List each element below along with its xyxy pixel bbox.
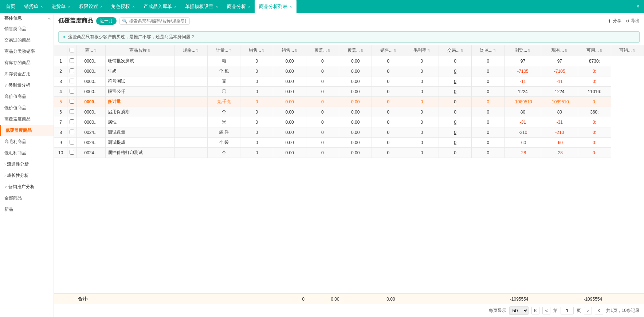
row-checkbox[interactable]	[70, 58, 74, 63]
close-active-icon[interactable]: ×	[290, 4, 292, 9]
sidebar-item-category-sales-rate[interactable]: 商品分类动销率	[0, 46, 54, 57]
export-button[interactable]: ↺ 导出	[626, 18, 640, 24]
next-page-button[interactable]: >	[584, 307, 592, 314]
sidebar-item-new-products[interactable]: 新品	[0, 204, 54, 215]
col-margin-header[interactable]: 毛利率 ⇅	[405, 45, 439, 56]
nav-purchase-order[interactable]: 进货单 ×	[47, 0, 74, 13]
row-checkbox-cell[interactable]	[67, 76, 77, 87]
row-checkbox-cell[interactable]	[67, 66, 77, 76]
nav-template-settings[interactable]: 单据模板设置 ×	[181, 0, 222, 13]
row-checkbox-cell[interactable]	[67, 148, 77, 158]
share-button[interactable]: ⬆ 分享	[608, 18, 621, 24]
nav-home[interactable]: 首页	[1, 0, 20, 13]
nav-finished-goods[interactable]: 产成品入库单 ×	[139, 0, 181, 13]
col-view1-header[interactable]: 浏览... ⇅	[472, 45, 504, 56]
row-link[interactable]: 0	[439, 117, 471, 127]
col-cover1-label: 覆盖...	[314, 47, 327, 54]
row-checkbox[interactable]	[70, 109, 74, 114]
sidebar-group-quantity-analysis[interactable]: ∨ 类剩量分析	[0, 80, 54, 91]
table-container[interactable]: 商... ⇅ 商品名称 ⇅ 规格...	[54, 45, 644, 293]
nav-sales-order[interactable]: 销货单 ×	[20, 0, 47, 13]
nav-product-analysis[interactable]: 商品分析 ×	[223, 0, 255, 13]
prev-page-button[interactable]: <	[542, 307, 550, 314]
col-unit-header[interactable]: 计量... ⇅	[207, 45, 240, 56]
row-link[interactable]: 0	[439, 148, 471, 158]
sidebar-collapse-button[interactable]: «	[48, 16, 51, 21]
row-link[interactable]: 0	[439, 66, 471, 76]
col-view2-header[interactable]: 浏览... ⇅	[504, 45, 541, 56]
search-box[interactable]: 🔍	[119, 17, 190, 25]
nav-role-auth[interactable]: 角色授权 ×	[107, 0, 139, 13]
sidebar-group-growth[interactable]: › 成长性分析	[0, 170, 54, 181]
col-cover2-header[interactable]: 覆盖... ⇅	[339, 45, 372, 56]
row-checkbox-cell[interactable]	[67, 56, 77, 66]
last-page-button[interactable]: K	[595, 307, 603, 314]
row-checkbox-cell[interactable]	[67, 97, 77, 107]
close-icon[interactable]: ×	[68, 4, 70, 9]
col-sales1-header[interactable]: 销售... ⇅	[240, 45, 273, 56]
col-cover1-header[interactable]: 覆盖... ⇅	[306, 45, 339, 56]
close-all-tabs-button[interactable]: ×	[633, 3, 643, 10]
first-page-button[interactable]: K	[531, 307, 540, 314]
col-trade-header[interactable]: 交易... ⇅	[439, 45, 471, 56]
sidebar-item-sales-products[interactable]: 销售类商品	[0, 23, 54, 35]
close-icon[interactable]: ×	[216, 4, 218, 9]
row-link[interactable]: 0	[439, 127, 471, 138]
row-link[interactable]: 0	[439, 97, 471, 107]
row-checkbox-cell[interactable]	[67, 87, 77, 97]
sidebar-item-traded-products[interactable]: 交易过的商品	[0, 35, 54, 46]
row-checkbox[interactable]	[70, 89, 74, 94]
col-spec-header[interactable]: 规格... ⇅	[174, 45, 207, 56]
sidebar-item-stocked-products[interactable]: 有库存的商品	[0, 57, 54, 68]
per-page-select[interactable]: 50 100 200	[509, 306, 529, 315]
row-link[interactable]: 0	[439, 138, 471, 148]
row-checkbox-cell[interactable]	[67, 107, 77, 117]
row-link[interactable]: 0	[439, 87, 471, 97]
select-all-checkbox[interactable]	[70, 48, 74, 52]
row-v4: 0.00	[339, 76, 372, 87]
row-checkbox[interactable]	[70, 150, 74, 155]
col-code-header[interactable]: 商... ⇅	[77, 45, 106, 56]
col-sales2-header[interactable]: 销售... ⇅	[273, 45, 306, 56]
sidebar-item-low-margin[interactable]: 低毛利商品	[0, 147, 54, 159]
row-checkbox[interactable]	[70, 79, 74, 83]
period-button[interactable]: 近一月	[96, 17, 117, 25]
nav-permission-settings[interactable]: 权限设置 ×	[75, 0, 107, 13]
row-checkbox-cell[interactable]	[67, 117, 77, 127]
nav-product-analysis-list[interactable]: 商品分析列表 ×	[255, 0, 296, 13]
col-checkbox-header[interactable]	[67, 45, 77, 56]
sidebar-item-stock-capital[interactable]: 库存资金占用	[0, 68, 54, 80]
row-checkbox-cell[interactable]	[67, 138, 77, 148]
close-icon[interactable]: ×	[100, 4, 102, 9]
row-link[interactable]: 0	[439, 76, 471, 87]
page-number-input[interactable]	[561, 307, 574, 314]
sidebar-item-high-margin[interactable]: 高毛利商品	[0, 136, 54, 147]
col-available-header[interactable]: 可用... ⇅	[578, 45, 611, 56]
row-checkbox[interactable]	[70, 99, 74, 104]
col-name-label: 商品名称	[129, 47, 147, 54]
close-icon[interactable]: ×	[248, 4, 250, 9]
col-current-header[interactable]: 现有... ⇅	[541, 45, 578, 56]
col-name-header[interactable]: 商品名称 ⇅	[105, 45, 174, 56]
sidebar-item-low-value[interactable]: 低价值商品	[0, 102, 54, 114]
sidebar-item-high-value[interactable]: 高价值商品	[0, 91, 54, 102]
col-sales3-header[interactable]: 销售... ⇅	[372, 45, 405, 56]
row-checkbox[interactable]	[70, 68, 74, 73]
col-sellable-header[interactable]: 可销... ⇅	[611, 45, 644, 56]
close-icon[interactable]: ×	[174, 4, 176, 9]
row-link[interactable]: 0	[439, 107, 471, 117]
row-checkbox[interactable]	[70, 140, 74, 144]
row-checkbox-cell[interactable]	[67, 127, 77, 138]
row-checkbox[interactable]	[70, 119, 74, 124]
search-input[interactable]	[129, 19, 187, 24]
sidebar-group-liquidity[interactable]: › 流通性分析	[0, 159, 54, 170]
close-icon[interactable]: ×	[132, 4, 134, 9]
sidebar-item-high-coverage[interactable]: 高覆盖度商品	[0, 114, 54, 125]
row-v4: 0.00	[339, 127, 372, 138]
close-icon[interactable]: ×	[40, 4, 43, 9]
row-link[interactable]: 0	[439, 56, 471, 66]
row-checkbox[interactable]	[70, 130, 74, 134]
sidebar-group-marketing[interactable]: ∨ 营销推广分析	[0, 181, 54, 193]
sidebar-item-all-products[interactable]: 全部商品	[0, 193, 54, 204]
sidebar-item-low-coverage[interactable]: 低覆盖度商品	[0, 125, 54, 136]
